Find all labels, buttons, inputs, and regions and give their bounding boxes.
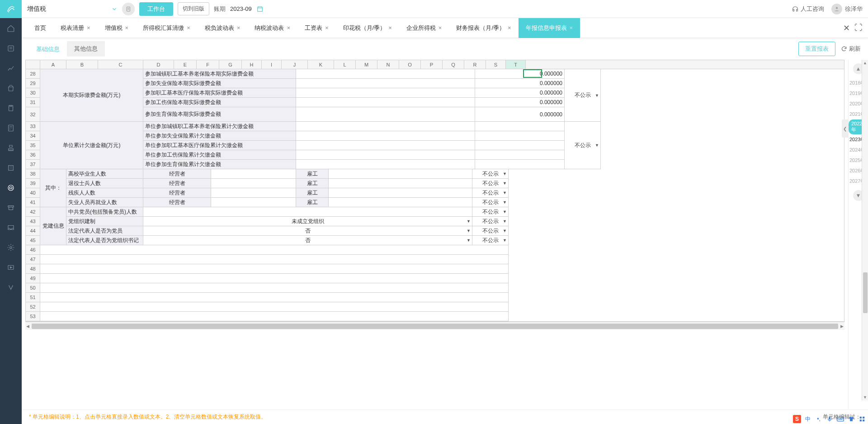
col-header[interactable]: G (219, 60, 242, 69)
refresh-button[interactable]: 刷新 (841, 45, 861, 53)
ime-s-icon[interactable]: S (793, 415, 801, 423)
col-header[interactable]: T (506, 60, 526, 69)
company-selector[interactable]: 增值税 (27, 5, 118, 13)
cell[interactable]: 0.000000 (475, 98, 565, 107)
row-header[interactable]: 33 (26, 122, 40, 131)
row-header[interactable]: 53 (26, 312, 40, 321)
col-header[interactable]: I (262, 60, 282, 69)
calendar-icon[interactable] (256, 5, 264, 13)
cell[interactable]: 否▼ (143, 236, 472, 245)
cell[interactable]: 单位参加生育保险累计欠缴金额 (143, 160, 296, 169)
cell[interactable]: 不公示▼ (565, 122, 601, 169)
subtab-basic[interactable]: 基础信息 (29, 41, 67, 57)
row-header[interactable]: 50 (26, 283, 40, 293)
user-menu[interactable]: 徐泽华 (831, 4, 863, 14)
horizontal-scrollbar[interactable]: ◀▶ (25, 322, 844, 330)
cell[interactable]: 单位累计欠缴金额(万元) (40, 122, 143, 169)
ime-punct-icon[interactable]: •, (815, 415, 823, 423)
cell[interactable]: 不公示▼ (565, 69, 601, 122)
row-header[interactable]: 48 (26, 264, 40, 274)
year-rail-collapse[interactable]: ❮ (842, 119, 848, 138)
cell[interactable]: 单位参加失业保险累计欠缴金额 (143, 131, 296, 141)
cell[interactable]: 不公示▼ (472, 207, 509, 217)
cell[interactable]: 参加职工基本医疗保险本期实际缴费金额 (143, 88, 296, 98)
cell[interactable] (211, 198, 296, 207)
cell[interactable]: 单位参加职工基本医疗保险累计欠缴金额 (143, 141, 296, 150)
row-header[interactable]: 41 (26, 198, 40, 207)
tab-close-icon[interactable]: × (125, 24, 129, 31)
row-header[interactable]: 49 (26, 274, 40, 283)
cell[interactable]: 参加工伤保险本期实际缴费金额 (143, 98, 296, 107)
row-header[interactable]: 44 (26, 226, 40, 236)
cell[interactable]: 0.000000 (475, 69, 565, 79)
col-header[interactable]: H (242, 60, 262, 69)
tab-2[interactable]: 增值税× (98, 18, 136, 38)
row-header[interactable]: 39 (26, 179, 40, 188)
col-header[interactable]: N (377, 60, 399, 69)
cell[interactable] (40, 302, 509, 312)
col-header[interactable]: Q (443, 60, 464, 69)
cell[interactable] (40, 283, 509, 293)
cell[interactable] (40, 245, 509, 255)
row-header[interactable]: 42 (26, 207, 40, 217)
cell[interactable]: 经营者 (143, 169, 211, 179)
tab-0[interactable]: 首页 (27, 18, 53, 38)
cell[interactable] (475, 131, 565, 141)
cell[interactable]: 本期实际缴费金额(万元) (40, 69, 143, 122)
col-header[interactable]: M (356, 60, 377, 69)
row-header[interactable]: 29 (26, 79, 40, 88)
cell[interactable]: 经营者 (143, 188, 211, 198)
cell[interactable] (475, 141, 565, 150)
cell[interactable] (40, 312, 509, 321)
row-header[interactable]: 45 (26, 236, 40, 245)
cell[interactable] (296, 150, 475, 160)
tab-6[interactable]: 工资表× (297, 18, 336, 38)
reset-button[interactable]: 重置报表 (798, 42, 835, 56)
tab-10[interactable]: 年报信息申报表× (519, 18, 580, 38)
cell[interactable]: 党建信息 (40, 207, 66, 245)
cell[interactable] (329, 169, 472, 179)
col-header[interactable]: D (143, 60, 174, 69)
col-header[interactable]: P (421, 60, 443, 69)
cell[interactable]: 0.000000 (475, 88, 565, 98)
cell[interactable]: 不公示▼ (472, 169, 509, 179)
cell[interactable]: 不公示▼ (472, 226, 509, 236)
col-header[interactable]: C (98, 60, 143, 69)
cell[interactable]: 高校毕业生人数 (66, 169, 143, 179)
col-header[interactable]: S (486, 60, 506, 69)
nav-chart-icon[interactable] (0, 62, 22, 75)
cell[interactable] (475, 150, 565, 160)
tab-1[interactable]: 税表清册× (53, 18, 98, 38)
tab-close-icon[interactable]: × (187, 24, 190, 31)
col-header[interactable]: B (66, 60, 98, 69)
spreadsheet[interactable]: ABCDEFGHIJKLMNOPQRST 2829303132333435363… (25, 60, 844, 322)
cell[interactable]: 法定代表人是否为党员 (66, 226, 143, 236)
col-header[interactable]: K (308, 60, 334, 69)
cell[interactable]: 单位参加工伤保险累计欠缴金额 (143, 150, 296, 160)
ime-keyboard-icon[interactable] (836, 415, 844, 423)
cell[interactable]: 不公示▼ (472, 188, 509, 198)
cell[interactable] (329, 198, 472, 207)
nav-ledger-icon[interactable] (0, 42, 22, 55)
cell[interactable] (211, 179, 296, 188)
cell[interactable]: 失业人员再就业人数 (66, 198, 143, 207)
cell[interactable] (211, 169, 296, 179)
nav-bag-icon[interactable] (0, 81, 22, 95)
cell[interactable]: 参加城镇职工基本养老保险本期实际缴费金额 (143, 69, 296, 79)
cell[interactable]: 参加失业保险本期实际缴费金额 (143, 79, 296, 88)
ime-zh-icon[interactable]: 中 (804, 415, 812, 423)
cell[interactable]: 不公示▼ (472, 236, 509, 245)
tab-4[interactable]: 税负波动表× (198, 18, 248, 38)
col-header[interactable]: E (174, 60, 197, 69)
expand-icon[interactable]: ⛶ (854, 23, 863, 33)
nav-clipboard-icon[interactable] (0, 101, 22, 115)
nav-building-icon[interactable] (0, 161, 22, 175)
cell[interactable] (296, 98, 475, 107)
cell[interactable] (296, 79, 475, 88)
cell[interactable] (40, 255, 509, 264)
tab-close-icon[interactable]: × (439, 24, 442, 31)
ime-mic-icon[interactable] (826, 415, 834, 423)
cell[interactable] (296, 141, 475, 150)
switch-old-button[interactable]: 切到旧版 (178, 2, 209, 15)
nav-home-icon[interactable] (0, 22, 22, 35)
